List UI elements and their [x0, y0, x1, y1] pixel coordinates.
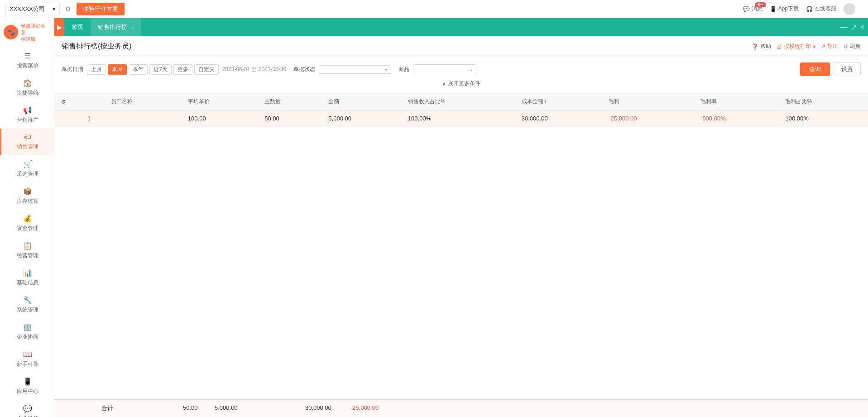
goods-more-icon[interactable]: ... — [468, 66, 472, 72]
inventory-icon: 📦 — [23, 187, 32, 196]
trial-button[interactable]: 体验行业方案 — [77, 3, 125, 15]
row-avg-price-cell: 100.00 — [182, 110, 259, 127]
date-btn-thisyear[interactable]: 本年 — [129, 64, 148, 75]
chevron-down-expand-icon: ∨ — [442, 81, 446, 87]
logo-text: 畅康通好生意 标准版 — [21, 23, 50, 42]
tab-close-icon[interactable]: × — [131, 24, 134, 30]
table-wrapper: ⚙ 员工名称 平均单价 主数量 全额 销售收入占比% 成本全额 ℹ 毛利 毛利率… — [54, 93, 868, 399]
app-download-button[interactable]: 📱 App下载 — [770, 5, 799, 13]
messages-button[interactable]: 💬 消息 99+ — [743, 5, 762, 13]
goods-input[interactable]: ... — [413, 64, 476, 74]
help-icon: ❓ — [752, 43, 758, 50]
topbar-right: 💬 消息 99+ 📱 App下载 🎧 在线客服 — [743, 3, 863, 15]
sidebar: 🐾 畅康通好生意 标准版 ☰ 搜索菜单 🏠 快捷导航 📢 营销推广 🏷 销售管理… — [0, 18, 54, 417]
sidebar-item-appcenter-label: 应用中心 — [17, 388, 38, 395]
sidebar-item-basicinfo[interactable]: 📊 基础信息 — [0, 264, 54, 291]
sidebar-item-inventory[interactable]: 📦 库存核算 — [0, 182, 54, 210]
sidebar-item-quicknav-label: 快捷导航 — [17, 89, 38, 97]
system-icon: 🔧 — [23, 296, 32, 304]
export-button[interactable]: ↗ 导出 — [821, 43, 838, 50]
print-dropdown-icon — [813, 43, 815, 50]
sidebar-item-operations-label: 经营管理 — [17, 252, 38, 259]
date-label: 单据日期 — [62, 66, 83, 73]
company-dropdown-icon — [53, 5, 56, 12]
sidebar-item-marketing[interactable]: 📢 营销推广 — [0, 101, 54, 129]
sidebar-item-system[interactable]: 🔧 系统管理 — [0, 291, 54, 318]
sidebar-item-finance[interactable]: 💰 资金管理 — [0, 210, 54, 237]
date-filter: 单据日期 上月 本月 本年 近7天 更多 自定义 2023-06-01 至 20… — [62, 64, 286, 75]
refresh-icon: ↺ — [844, 43, 848, 50]
top-bar: XXXXXX公司 ⚙ 体验行业方案 💬 消息 99+ 📱 App下载 🎧 在线客… — [0, 0, 868, 18]
sidebar-item-sales-label: 销售管理 — [17, 143, 38, 151]
sidebar-item-enterprise[interactable]: 🏢 企业协同 — [0, 318, 54, 345]
tab-home[interactable]: 首页 — [64, 18, 91, 36]
expand-more-button[interactable]: ∨ 展开更多条件 — [442, 80, 480, 87]
date-btn-more[interactable]: 更多 — [173, 64, 192, 75]
tab-minimize-icon[interactable]: — — [840, 23, 847, 31]
logo-icon: 🐾 — [4, 25, 18, 39]
col-profit: 毛利 — [603, 93, 695, 110]
date-btn-7days[interactable]: 近7天 — [149, 64, 172, 75]
tab-sales-ranking[interactable]: 销售排行榜 × — [91, 18, 141, 36]
sidebar-toggle-button[interactable]: ▶ — [54, 18, 64, 36]
table-footer: 合计 50.00 5,000.00 30,000.00 -25,000.00 — [54, 399, 868, 417]
basicinfo-icon: 📊 — [23, 268, 32, 277]
print-button[interactable]: 🖨 按模板打印 — [777, 43, 815, 50]
date-buttons: 上月 本月 本年 近7天 更多 自定义 — [87, 64, 219, 75]
sidebar-item-search[interactable]: ☰ 搜索菜单 — [0, 47, 54, 74]
expand-row: ∨ 展开更多条件 — [62, 76, 861, 87]
sidebar-item-beginner[interactable]: 📖 新手引导 — [0, 345, 54, 373]
tab-bar: ▶ 首页 销售排行榜 × — ⤢ × — [54, 18, 868, 36]
sidebar-item-weixin[interactable]: 💬 企业微信 — [0, 400, 54, 417]
main-layout: 🐾 畅康通好生意 标准版 ☰ 搜索菜单 🏠 快捷导航 📢 营销推广 🏷 销售管理… — [0, 18, 868, 417]
headset-icon: 🎧 — [806, 6, 813, 12]
sidebar-item-appcenter[interactable]: 📱 应用中心 — [0, 373, 54, 400]
tab-close-all-icon[interactable]: × — [860, 23, 864, 31]
row-name-cell — [106, 110, 182, 127]
filter-area: 单据日期 上月 本月 本年 近7天 更多 自定义 2023-06-01 至 20… — [54, 57, 868, 93]
date-btn-custom[interactable]: 自定义 — [194, 64, 219, 75]
sidebar-item-purchase[interactable]: 🛒 采购管理 — [0, 155, 54, 182]
row-cost-cell: 30,000.00 — [516, 110, 604, 127]
company-selector[interactable]: XXXXXX公司 — [5, 3, 60, 15]
date-range-text: 2023-06-01 至 2023-06-30 — [222, 66, 286, 73]
footer-qty: 50.00 — [177, 404, 209, 412]
goods-filter: 商品 ... — [398, 64, 476, 74]
home-icon: 🏠 — [23, 79, 32, 87]
col-profit-pct: 毛利占比% — [780, 93, 868, 110]
row-profit-cell: -25,000.00 — [603, 110, 695, 127]
status-select[interactable] — [319, 65, 391, 74]
col-profit-rate: 毛利率 — [695, 93, 780, 110]
marketing-icon: 📢 — [23, 106, 32, 115]
date-btn-lastmonth[interactable]: 上月 — [87, 64, 106, 75]
col-amount: 全额 — [323, 93, 403, 110]
footer-cost: 30,000.00 — [300, 404, 345, 412]
footer-total-label: 合计 — [101, 405, 113, 412]
row-profit-pct-cell: 100.00% — [780, 110, 868, 127]
sidebar-item-operations[interactable]: 📋 经营管理 — [0, 237, 54, 264]
col-settings[interactable]: ⚙ — [54, 93, 72, 110]
settings-button[interactable]: 设置 — [834, 62, 861, 76]
sidebar-item-quicknav[interactable]: 🏠 快捷导航 — [0, 74, 54, 101]
online-support-button[interactable]: 🎧 在线客服 — [806, 5, 836, 13]
enterprise-icon: 🏢 — [23, 323, 32, 331]
help-button[interactable]: ❓ 帮助 — [752, 43, 771, 50]
refresh-button[interactable]: ↺ 刷新 — [844, 43, 861, 50]
sidebar-item-sales[interactable]: 🏷 销售管理 — [0, 129, 54, 155]
page-title: 销售排行榜(按业务员) — [62, 42, 132, 51]
logo-area: 🐾 畅康通好生意 标准版 — [0, 18, 54, 47]
col-rank — [72, 93, 106, 110]
tab-maximize-icon[interactable]: ⤢ — [851, 23, 857, 32]
purchase-icon: 🛒 — [23, 160, 32, 168]
sidebar-item-weixin-label: 企业微信 — [17, 415, 38, 417]
sidebar-item-marketing-label: 营销推广 — [17, 116, 38, 124]
sidebar-item-basicinfo-label: 基础信息 — [17, 279, 38, 287]
col-avg-price: 平均单价 — [182, 93, 259, 110]
footer-cells: 合计 50.00 5,000.00 30,000.00 -25,000.00 — [60, 404, 863, 412]
app-label: App下载 — [778, 5, 799, 13]
user-avatar[interactable] — [844, 3, 855, 15]
date-btn-thismonth[interactable]: 本月 — [108, 64, 127, 75]
row-profit-rate-cell: -500.00% — [695, 110, 780, 127]
topbar-settings-icon[interactable]: ⚙ — [63, 4, 73, 14]
query-button[interactable]: 查询 — [800, 62, 830, 76]
